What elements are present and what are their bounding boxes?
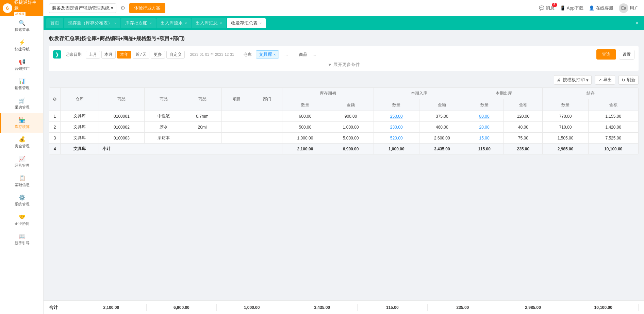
sidebar-item-5[interactable]: 🏪库存核算 xyxy=(0,113,43,133)
sidebar-label-7: 经营管理 xyxy=(15,163,30,168)
sidebar-item-9[interactable]: ⚙️系统管理 xyxy=(0,191,43,210)
cell-balance-qty-1: 710.00 xyxy=(543,122,588,133)
cell-out-qty-0[interactable]: 80.00 xyxy=(465,111,503,122)
footer: 合计 2,100.00 6,900.00 1,000.00 3,435.00 1… xyxy=(44,300,644,314)
subtotal-balance-amt: 10,100.00 xyxy=(588,144,638,154)
sidebar-icon-1: ⚡ xyxy=(19,39,26,46)
content-area: 收发存汇总表(按仓库+商品编码+商品+规格型号+项目+部门) ❯ 记账日期 上月… xyxy=(44,30,644,300)
warehouse-more-btn[interactable]: ... xyxy=(283,52,290,57)
sidebar-item-7[interactable]: 📈经营管理 xyxy=(0,152,43,171)
warehouse-tag: 文具库 × xyxy=(256,50,279,59)
cell-name-1: 胶水 xyxy=(145,122,183,133)
date-shortcut-1[interactable]: 本月 xyxy=(101,51,116,59)
sidebar-label-8: 基础信息 xyxy=(15,182,30,187)
settings-gear-icon[interactable]: ⚙ xyxy=(53,97,57,102)
filter-settings-btn[interactable]: 设置 xyxy=(619,50,634,60)
tab-4[interactable]: 出入库汇总× xyxy=(192,18,226,28)
th-settings[interactable]: ⚙ xyxy=(49,88,61,111)
data-table: ⚙ 仓库 商品 商品 商品 项目 部门 库存期初 本期入库 本期出库 结存 数量… xyxy=(49,87,639,154)
online-service-action[interactable]: 👤 在线客服 xyxy=(589,5,613,11)
cell-out-qty-2[interactable]: 15.00 xyxy=(465,133,503,144)
sidebar-icon-0: 🔍 xyxy=(19,20,26,26)
sidebar-item-11[interactable]: 📖新手引导 xyxy=(0,230,43,249)
th-balance-amt: 金额 xyxy=(588,99,638,111)
sidebar-label-9: 系统管理 xyxy=(15,202,30,207)
print-btn[interactable]: 🖨 按模板打印 ▾ xyxy=(554,75,592,85)
tab-3[interactable]: 出入库流水× xyxy=(156,18,191,28)
filter-expand-btn[interactable]: ❯ xyxy=(53,50,61,59)
messages-action[interactable]: 💬 消息 6 xyxy=(539,5,555,11)
cell-code-1: 0100002 xyxy=(99,122,144,133)
tab-0[interactable]: 首页 xyxy=(46,18,63,28)
export-btn[interactable]: ↗ 导出 xyxy=(595,75,615,85)
sidebar-item-2[interactable]: 📢营销推广 xyxy=(0,55,43,75)
cell-in-amt-0: 375.00 xyxy=(419,111,465,122)
tab-close-5[interactable]: × xyxy=(260,21,262,25)
sidebar-item-0[interactable]: 🔍搜索菜单 xyxy=(0,16,43,36)
sidebar-item-1[interactable]: ⚡快捷导航 xyxy=(0,36,43,55)
export-icon: ↗ xyxy=(598,78,602,83)
date-shortcut-4[interactable]: 更多 xyxy=(151,51,165,59)
sidebar-item-3[interactable]: 📊销售管理 xyxy=(0,75,43,94)
cell-spec-2 xyxy=(183,133,221,144)
date-shortcut-5[interactable]: 自定义 xyxy=(166,51,185,59)
sidebar-item-10[interactable]: 🤝企业协同 xyxy=(0,210,43,230)
user-action[interactable]: Ea 用户 xyxy=(619,3,639,13)
cell-in-qty-0[interactable]: 250.00 xyxy=(374,111,419,122)
app-download-action[interactable]: 📱 App下载 xyxy=(560,5,583,11)
th-project: 项目 xyxy=(222,88,252,111)
cell-in-qty-2[interactable]: 520.00 xyxy=(374,133,419,144)
tab-close-2[interactable]: × xyxy=(149,21,151,25)
goods-more-btn[interactable]: ... xyxy=(311,52,318,57)
cell-out-amt-0: 120.00 xyxy=(504,111,543,122)
th-warehouse: 仓库 xyxy=(61,88,99,111)
subtotal-in-amt: 3,435.00 xyxy=(419,144,465,154)
sidebar-item-6[interactable]: 💰资金管理 xyxy=(0,133,43,152)
messages-badge: 6 xyxy=(552,3,557,7)
gear-icon[interactable]: ⚙ xyxy=(120,5,125,11)
sidebar-label-6: 资金管理 xyxy=(15,144,30,149)
cell-balance-amt-2: 7,525.00 xyxy=(588,133,638,144)
tab-2[interactable]: 库存批次账× xyxy=(121,18,155,28)
cell-opening-amt-2: 5,000.00 xyxy=(328,133,374,144)
sidebar-label-4: 采购管理 xyxy=(15,105,30,110)
expand-more[interactable]: ▼ 展开更多条件 xyxy=(53,60,634,68)
tab-close-3[interactable]: × xyxy=(185,21,187,25)
cell-warehouse-1: 文具库 xyxy=(61,122,99,133)
sidebar-icon-7: 📈 xyxy=(19,155,26,162)
message-icon: 💬 xyxy=(539,5,544,11)
sys-title-select[interactable]: 装备及固定资产辅助管理系统 ▾ xyxy=(49,3,116,13)
cell-in-qty-1[interactable]: 230.00 xyxy=(374,122,419,133)
tab-1[interactable]: 现存量（库存分布表）× xyxy=(64,18,120,28)
refresh-btn[interactable]: ↻ 刷新 xyxy=(618,75,639,85)
sidebar-item-8[interactable]: 📋基础信息 xyxy=(0,171,43,191)
tab-close-1[interactable]: × xyxy=(114,21,116,25)
tab-label-3: 出入库流水 xyxy=(161,20,183,26)
sidebar-icon-5: 🏪 xyxy=(19,117,26,123)
cell-out-qty-1[interactable]: 20.00 xyxy=(465,122,503,133)
date-shortcut-3[interactable]: 近7天 xyxy=(133,51,149,59)
date-shortcut-0[interactable]: 上月 xyxy=(86,51,100,59)
cell-project-2 xyxy=(222,133,252,144)
warehouse-remove-icon[interactable]: × xyxy=(274,52,276,56)
cell-out-amt-2: 75.00 xyxy=(504,133,543,144)
footer-opening-amt: 6,900.00 xyxy=(147,304,217,311)
date-shortcut-2[interactable]: 本年 xyxy=(117,51,131,59)
query-btn[interactable]: 查询 xyxy=(596,49,616,60)
tab-5[interactable]: 收发存汇总表× xyxy=(227,18,266,28)
cell-opening-qty-0: 600.00 xyxy=(282,111,328,122)
sidebar-label-5: 库存核算 xyxy=(15,124,30,129)
subtotal-row: 4 文具库 小计 2,100.00 6,900.00 1,000.00 3,43… xyxy=(49,144,639,154)
subtotal-balance-qty: 2,985.00 xyxy=(543,144,588,154)
tabbar-close-btn[interactable]: × xyxy=(633,19,641,28)
cell-spec-0: 0.7mm xyxy=(183,111,221,122)
cell-index-1: 2 xyxy=(49,122,61,133)
tab-close-4[interactable]: × xyxy=(220,21,222,25)
sidebar-item-4[interactable]: 🛒采购管理 xyxy=(0,94,43,113)
sidebar-label-0: 搜索菜单 xyxy=(15,27,30,32)
table-row: 1 文具库 0100001 中性笔 0.7mm 600.00 900.00 25… xyxy=(49,111,639,122)
cell-spec-1: 20ml xyxy=(183,122,221,133)
th-balance-qty: 数量 xyxy=(543,99,588,111)
experience-btn[interactable]: 体验行业方案 xyxy=(129,3,165,13)
footer-in-qty: 1,000.00 xyxy=(217,304,287,311)
